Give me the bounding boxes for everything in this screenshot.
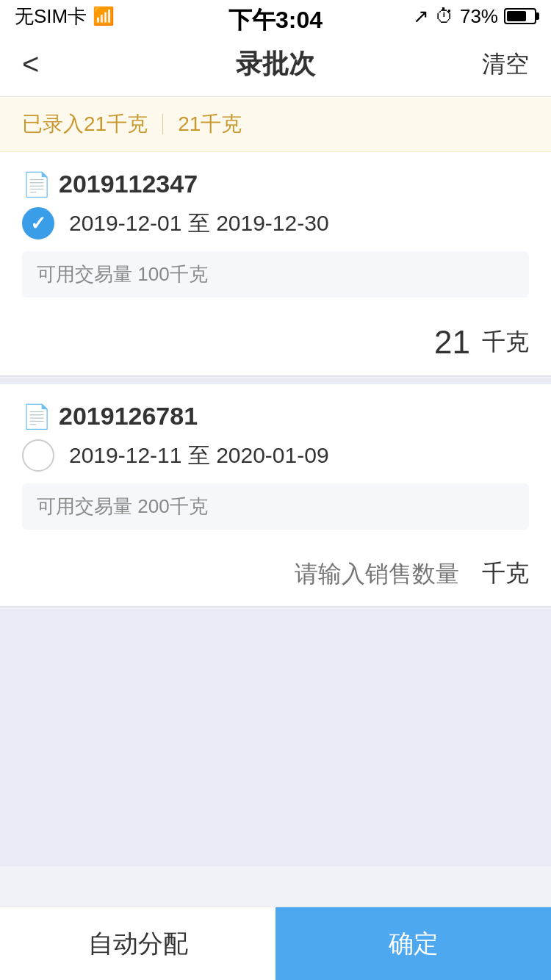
info-banner: 已录入21千克 21千克 [0, 97, 551, 152]
amount-row-1: 21 千克 [0, 309, 551, 377]
auto-distribute-button[interactable]: 自动分配 [0, 907, 276, 980]
battery-percent: 73% [460, 5, 498, 28]
batch-header-1: 📄 2019112347 [0, 152, 551, 204]
batch-row-2[interactable]: 2019-12-11 至 2020-01-09 [0, 436, 551, 478]
status-right: ↗ ⏱ 73% [413, 5, 536, 28]
batch-date-2: 2019-12-11 至 2020-01-09 [69, 441, 329, 471]
content-spacer [0, 609, 551, 866]
back-button[interactable]: < [22, 48, 66, 81]
batch-avail-1: 可用交易量 100千克 [22, 251, 529, 298]
batch-avail-2: 可用交易量 200千克 [22, 483, 529, 530]
batch-number-2: 2019126781 [59, 402, 198, 430]
amount-unit-1: 千克 [482, 326, 529, 359]
status-bar: 无SIM卡 📶 下午3:04 ↗ ⏱ 73% [0, 0, 551, 32]
batch-card-2: 📄 2019126781 2019-12-11 至 2020-01-09 可用交… [0, 384, 551, 608]
confirm-button[interactable]: 确定 [276, 907, 551, 980]
batch-card-1: 📄 2019112347 2019-12-01 至 2019-12-30 可用交… [0, 152, 551, 377]
status-time: 下午3:04 [228, 4, 323, 37]
status-left: 无SIM卡 📶 [15, 4, 115, 29]
gray-spacer-1 [0, 378, 551, 384]
bottom-bar: 自动分配 确定 [0, 907, 551, 980]
batch-date-1: 2019-12-01 至 2019-12-30 [69, 209, 329, 239]
clear-button[interactable]: 清空 [482, 48, 529, 81]
unit-label-2: 千克 [482, 558, 529, 590]
batch-row-1[interactable]: 2019-12-01 至 2019-12-30 [0, 204, 551, 245]
location-icon: ↗ [413, 5, 429, 28]
batch-doc-icon-2: 📄 [22, 403, 51, 430]
amount-value-1[interactable]: 21 [434, 324, 470, 361]
batch-checkbox-1[interactable] [22, 207, 54, 239]
page-title: 录批次 [236, 46, 315, 82]
batch-number-1: 2019112347 [59, 170, 198, 198]
info-value: 21千克 [178, 110, 242, 138]
wifi-icon: 📶 [93, 6, 115, 26]
qty-input-2[interactable] [250, 561, 470, 588]
battery-icon [504, 8, 536, 24]
nav-bar: < 录批次 清空 [0, 32, 551, 97]
sim-text: 无SIM卡 [15, 4, 87, 29]
info-label: 已录入21千克 [22, 110, 148, 138]
batch-doc-icon-1: 📄 [22, 170, 51, 198]
batch-header-2: 📄 2019126781 [0, 384, 551, 436]
input-row-2: 千克 [0, 541, 551, 608]
batch-checkbox-2[interactable] [22, 439, 54, 472]
alarm-icon: ⏱ [435, 5, 454, 28]
info-divider [162, 114, 163, 134]
